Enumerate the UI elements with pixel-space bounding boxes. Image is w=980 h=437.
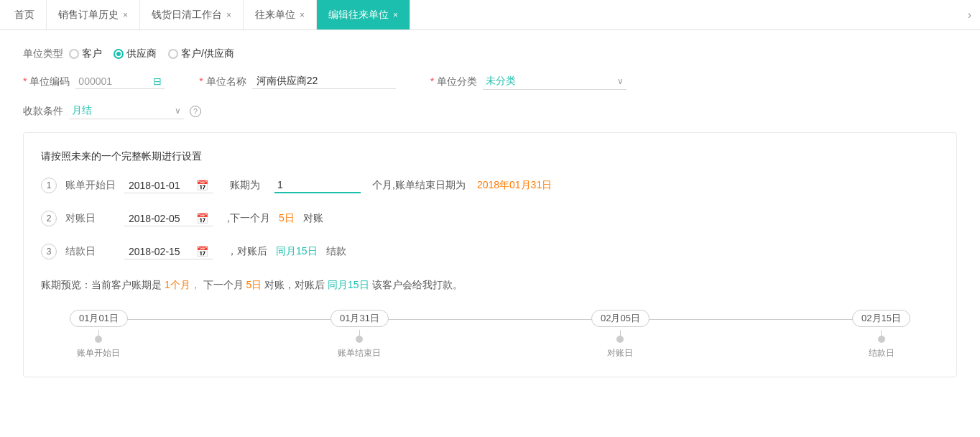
step-num-3: 3 <box>41 244 57 259</box>
step-cal-icon-2[interactable]: 📅 <box>196 213 208 224</box>
step-row-1: 1 账单开始日 📅 账期为 个月,账单结束日期为 2018年01月31日 <box>41 178 939 193</box>
radio-supplier[interactable]: 供应商 <box>114 47 157 60</box>
timeline-date-2: 02月05日 <box>591 310 650 327</box>
step-date-input-1[interactable] <box>129 180 193 191</box>
preview-reconcile: 5日 <box>246 279 262 290</box>
unit-category-dropdown[interactable]: 未分类 ∨ <box>483 73 627 90</box>
step-date-input-2[interactable] <box>129 213 193 224</box>
step-cal-icon-1[interactable]: 📅 <box>196 180 208 191</box>
unit-code-group: 单位编码 ⊟ <box>23 74 165 89</box>
radio-both-circle <box>168 49 178 59</box>
radio-supplier-label: 供应商 <box>126 47 157 60</box>
step-suffix-after-2: 对账 <box>303 212 323 225</box>
tab-home[interactable]: 首页 <box>0 0 47 29</box>
timeline-container: 01月01日 账单开始日 01月31日 账单结束日 02月05日 对账日 <box>41 310 939 359</box>
payment-terms-value: 月结 <box>72 104 172 117</box>
unit-type-radios: 客户 供应商 客户/供应商 <box>69 47 234 60</box>
step-end-date-1: 2018年01月31日 <box>477 179 552 192</box>
tab-edit-partner-label: 编辑往来单位 <box>328 9 389 22</box>
unit-category-group: 单位分类 未分类 ∨ <box>430 73 627 90</box>
unit-info-row: 单位编码 ⊟ 单位名称 单位分类 未分类 ∨ <box>23 73 957 90</box>
step-label-3: 结款日 <box>65 245 116 258</box>
step-date-1: 📅 <box>124 178 213 193</box>
help-icon[interactable]: ? <box>190 106 201 117</box>
unit-category-arrow: ∨ <box>617 76 624 86</box>
tab-cash-work-close[interactable]: × <box>226 10 231 20</box>
step-row-2: 2 对账日 📅 ,下一个月 5日 对账 <box>41 211 939 226</box>
unit-code-input[interactable] <box>78 75 150 87</box>
step-date-2: 📅 <box>124 211 213 226</box>
preview-period: 1个月， <box>165 279 200 290</box>
unit-code-icon[interactable]: ⊟ <box>153 75 162 87</box>
preview-mid2: 对账，对账后 <box>264 279 325 290</box>
step-period-input[interactable] <box>274 178 361 193</box>
step-row-3: 3 结款日 📅 ，对账后 同月15日 结款 <box>41 244 939 259</box>
timeline-date-1: 01月31日 <box>330 310 389 327</box>
unit-type-label: 单位类型 <box>23 47 63 60</box>
timeline-date-3: 02月15日 <box>852 310 910 327</box>
radio-supplier-circle <box>114 49 124 59</box>
timeline-label-2: 对账日 <box>607 347 633 359</box>
main-content: 单位类型 客户 供应商 客户/供应商 单位编码 <box>0 30 980 437</box>
step-num-2: 2 <box>41 211 57 226</box>
radio-customer[interactable]: 客户 <box>69 47 102 60</box>
step-highlight-2: 5日 <box>279 212 295 225</box>
tab-home-label: 首页 <box>14 9 34 22</box>
timeline-items: 01月01日 账单开始日 01月31日 账单结束日 02月05日 对账日 <box>70 310 910 359</box>
timeline-item-1: 01月31日 账单结束日 <box>330 310 389 359</box>
step-num-1: 1 <box>41 178 57 193</box>
tab-sales-history[interactable]: 销售订单历史 × <box>47 0 140 29</box>
step-cal-icon-3[interactable]: 📅 <box>196 246 208 257</box>
tab-cash-work[interactable]: 钱货日清工作台 × <box>140 0 244 29</box>
step-suffix-before-3: ，对账后 <box>227 245 267 258</box>
payment-terms-dropdown[interactable]: 月结 ∨ <box>69 103 184 119</box>
radio-both[interactable]: 客户/供应商 <box>168 47 234 60</box>
tab-partner[interactable]: 往来单位 × <box>244 0 317 29</box>
radio-both-label: 客户/供应商 <box>181 47 234 60</box>
preview-text: 账期预览：当前客户账期是 1个月， 下一个月 5日 对账，对账后 同月15日 该… <box>41 277 939 293</box>
preview-mid: 下一个月 <box>203 279 244 290</box>
step-highlight-3: 同月15日 <box>276 245 318 258</box>
unit-type-row: 单位类型 客户 供应商 客户/供应商 <box>23 47 957 60</box>
timeline-label-0: 账单开始日 <box>77 347 120 359</box>
step-date-3: 📅 <box>124 244 213 259</box>
payment-terms-group: 收款条件 月结 ∨ ? <box>23 103 201 119</box>
step-date-input-3[interactable] <box>129 246 193 257</box>
tab-expand-button[interactable]: › <box>959 9 980 22</box>
settings-card: 请按照未来的一个完整帐期进行设置 1 账单开始日 📅 账期为 个月,账单结束日期… <box>23 132 957 377</box>
step-suffix-after-3: 结款 <box>326 245 346 258</box>
tab-edit-partner-close[interactable]: × <box>393 10 398 20</box>
radio-customer-label: 客户 <box>82 47 102 60</box>
unit-name-input[interactable] <box>252 74 396 89</box>
timeline-label-3: 结款日 <box>869 347 895 359</box>
step-suffix-1: 个月,账单结束日期为 <box>372 179 466 192</box>
timeline-item-3: 02月15日 结款日 <box>852 310 910 359</box>
unit-code-input-wrap: ⊟ <box>75 74 165 89</box>
payment-terms-row: 收款条件 月结 ∨ ? <box>23 103 957 119</box>
timeline-date-0: 01月01日 <box>70 310 128 327</box>
step-label-1: 账单开始日 <box>65 179 116 192</box>
unit-code-label: 单位编码 <box>23 75 70 88</box>
preview-payment: 同月15日 <box>328 279 369 290</box>
unit-name-label: 单位名称 <box>199 75 246 88</box>
tabs-bar: 首页 销售订单历史 × 钱货日清工作台 × 往来单位 × 编辑往来单位 × › <box>0 0 980 30</box>
card-title: 请按照未来的一个完整帐期进行设置 <box>41 150 939 163</box>
tab-edit-partner[interactable]: 编辑往来单位 × <box>317 0 410 29</box>
preview-prefix: 账期预览：当前客户账期是 <box>41 279 162 290</box>
tab-sales-history-close[interactable]: × <box>123 10 128 20</box>
unit-type-group: 单位类型 客户 供应商 客户/供应商 <box>23 47 234 60</box>
unit-category-label: 单位分类 <box>430 75 477 88</box>
step-suffix-before-2: ,下一个月 <box>227 212 270 225</box>
step-mid-text-1: 账期为 <box>230 179 260 192</box>
step-label-2: 对账日 <box>65 212 116 225</box>
payment-terms-label: 收款条件 <box>23 105 63 118</box>
tab-partner-close[interactable]: × <box>300 10 305 20</box>
preview-suffix: 该客户会给我打款。 <box>372 279 463 290</box>
tab-cash-work-label: 钱货日清工作台 <box>152 9 222 22</box>
timeline-label-1: 账单结束日 <box>338 347 381 359</box>
radio-customer-circle <box>69 49 79 59</box>
tab-sales-history-label: 销售订单历史 <box>58 9 119 22</box>
timeline-item-0: 01月01日 账单开始日 <box>70 310 128 359</box>
unit-category-value: 未分类 <box>486 75 614 88</box>
tab-partner-label: 往来单位 <box>255 9 295 22</box>
